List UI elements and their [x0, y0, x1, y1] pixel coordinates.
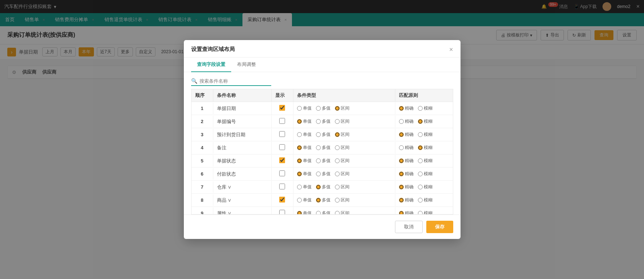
cell-display[interactable]	[272, 102, 293, 115]
radio-match-option[interactable]: 模糊	[418, 105, 432, 111]
search-input[interactable]	[199, 78, 265, 84]
display-checkbox[interactable]	[279, 131, 285, 137]
cell-type[interactable]: 单值多值区间	[293, 115, 395, 127]
radio-type-option[interactable]: 单值	[297, 118, 312, 125]
radio-match-option[interactable]: 模糊	[418, 210, 432, 215]
radio-type-option[interactable]: 单值	[297, 210, 312, 215]
radio-type-option[interactable]: 单值	[297, 197, 312, 203]
radio-type-option[interactable]: 多值	[316, 118, 331, 125]
cell-display[interactable]	[272, 207, 293, 215]
radio-match-option[interactable]: 精确	[399, 210, 414, 215]
table-row: 6付款状态单值多值区间精确模糊	[191, 168, 453, 181]
cell-match[interactable]: 精确模糊	[395, 181, 453, 193]
cell-display[interactable]	[272, 128, 293, 141]
radio-type-option[interactable]: 多值	[316, 158, 331, 164]
radio-match-option[interactable]: 精确	[399, 158, 414, 164]
save-label: 保存	[435, 224, 445, 229]
radio-type-option[interactable]: 区间	[335, 171, 349, 177]
radio-type-option[interactable]: 多值	[316, 171, 331, 177]
radio-type-option[interactable]: 单值	[297, 184, 312, 190]
cell-type[interactable]: 单值多值区间	[293, 102, 395, 114]
radio-type-option[interactable]: 单值	[297, 171, 312, 177]
display-checkbox[interactable]	[279, 197, 285, 203]
display-checkbox[interactable]	[279, 144, 285, 150]
radio-type-option[interactable]: 多值	[316, 105, 331, 111]
radio-match-option[interactable]: 模糊	[418, 158, 432, 164]
modal-table-body: 1单据日期单值多值区间精确模糊2单据编号单值多值区间精确模糊3预计到货日期单值多…	[191, 102, 453, 215]
cell-match[interactable]: 精确模糊	[395, 102, 453, 114]
save-button[interactable]: 保存	[426, 221, 453, 233]
radio-type-option[interactable]: 单值	[297, 131, 312, 138]
radio-match-option[interactable]: 模糊	[418, 131, 432, 138]
radio-match-option[interactable]: 模糊	[418, 171, 432, 177]
cell-match[interactable]: 精确模糊	[395, 194, 453, 206]
cell-match[interactable]: 精确模糊	[395, 115, 453, 127]
radio-match-option[interactable]: 精确	[399, 197, 414, 203]
display-checkbox[interactable]	[279, 184, 285, 189]
radio-type-option[interactable]: 区间	[335, 131, 349, 138]
radio-type-option[interactable]: 区间	[335, 210, 349, 215]
cell-display[interactable]	[272, 141, 293, 154]
th-type: 条件类型	[293, 89, 395, 102]
display-checkbox[interactable]	[279, 170, 285, 176]
radio-match-option[interactable]: 精确	[399, 105, 414, 111]
radio-match-option[interactable]: 模糊	[418, 197, 432, 203]
display-checkbox[interactable]	[279, 210, 285, 215]
radio-type-option[interactable]: 多值	[316, 197, 331, 203]
radio-type-option[interactable]: 区间	[335, 105, 349, 111]
display-checkbox[interactable]	[279, 157, 285, 163]
modal-tab-query-fields[interactable]: 查询字段设置	[191, 58, 231, 72]
radio-match-option[interactable]: 模糊	[418, 118, 432, 125]
cell-type[interactable]: 单值多值区间	[293, 155, 395, 167]
radio-match-option[interactable]: 精确	[399, 118, 414, 125]
radio-type-option[interactable]: 区间	[335, 197, 349, 203]
table-row: 1单据日期单值多值区间精确模糊	[191, 102, 453, 115]
cell-type[interactable]: 单值多值区间	[293, 142, 395, 154]
display-checkbox[interactable]	[279, 118, 285, 124]
table-row: 3预计到货日期单值多值区间精确模糊	[191, 128, 453, 141]
cell-display[interactable]	[272, 168, 293, 180]
cell-display[interactable]	[272, 181, 293, 193]
cell-name: 单据日期	[213, 102, 272, 115]
radio-type-option[interactable]: 单值	[297, 145, 312, 151]
modal-close-button[interactable]: ×	[449, 46, 453, 53]
cell-display[interactable]	[272, 154, 293, 167]
cell-type[interactable]: 单值多值区间	[293, 194, 395, 206]
cell-match[interactable]: 精确模糊	[395, 155, 453, 167]
cell-match[interactable]: 精确模糊	[395, 168, 453, 180]
cell-match[interactable]: 精确模糊	[395, 207, 453, 215]
cell-order: 5	[191, 155, 213, 166]
radio-type-option[interactable]: 多值	[316, 210, 331, 215]
cell-display[interactable]	[272, 115, 293, 128]
radio-match-option[interactable]: 精确	[399, 184, 414, 190]
radio-match-option[interactable]: 精确	[399, 131, 414, 138]
radio-match-option[interactable]: 精确	[399, 145, 414, 151]
cell-type[interactable]: 单值多值区间	[293, 181, 395, 193]
radio-match-option[interactable]: 模糊	[418, 145, 432, 151]
cell-match[interactable]: 精确模糊	[395, 142, 453, 154]
radio-type-option[interactable]: 多值	[316, 145, 331, 151]
radio-type-option[interactable]: 多值	[316, 184, 331, 190]
cell-order: 3	[191, 129, 213, 140]
cancel-button[interactable]: 取消	[395, 221, 423, 233]
radio-type-option[interactable]: 区间	[335, 118, 349, 125]
modal-header: 设置查询区域布局 ×	[184, 40, 461, 58]
cell-match[interactable]: 精确模糊	[395, 129, 453, 141]
th-display: 显示	[272, 89, 293, 102]
cell-type[interactable]: 单值多值区间	[293, 129, 395, 141]
radio-match-option[interactable]: 模糊	[418, 184, 432, 190]
cell-order: 7	[191, 181, 213, 193]
radio-type-option[interactable]: 单值	[297, 105, 312, 111]
display-checkbox[interactable]	[279, 105, 285, 111]
radio-type-option[interactable]: 区间	[335, 184, 349, 190]
cell-type[interactable]: 单值多值区间	[293, 207, 395, 215]
radio-match-option[interactable]: 精确	[399, 171, 414, 177]
cell-order: 4	[191, 142, 213, 153]
radio-type-option[interactable]: 区间	[335, 158, 349, 164]
radio-type-option[interactable]: 多值	[316, 131, 331, 138]
radio-type-option[interactable]: 区间	[335, 145, 349, 151]
radio-type-option[interactable]: 单值	[297, 158, 312, 164]
cell-type[interactable]: 单值多值区间	[293, 168, 395, 180]
cell-display[interactable]	[272, 194, 293, 207]
modal-tab-layout[interactable]: 布局调整	[231, 58, 262, 72]
